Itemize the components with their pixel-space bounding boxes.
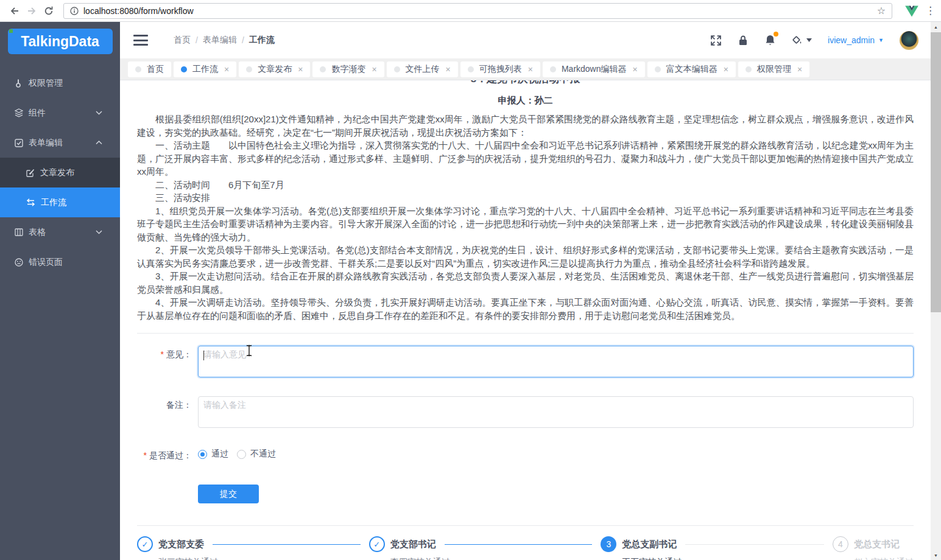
main-content: 8：建党节庆祝活动申报 申报人：孙二 根据县委组织部(组织[20xx]21)文件… (120, 80, 931, 560)
bookmark-star-icon[interactable]: ☆ (877, 5, 886, 16)
paragraph: 根据县委组织部(组织[20xx]21)文件通知精神，为纪念中国共产党建党xx周年… (137, 113, 914, 139)
tab-workflow[interactable]: 工作流 × (174, 61, 236, 77)
step-2: ✓ 党支部书记 李四审核并通过 (369, 536, 601, 560)
scroll-down-arrow-icon[interactable]: ▼ (931, 550, 941, 560)
close-icon[interactable]: × (724, 65, 728, 74)
step-number: 4 (833, 536, 848, 552)
close-icon[interactable]: × (528, 65, 533, 74)
breadcrumb-form-edit[interactable]: 表单编辑 (203, 35, 237, 46)
close-icon[interactable]: × (298, 65, 303, 74)
step-check-icon: ✓ (369, 536, 385, 552)
browser-forward-button[interactable] (23, 2, 40, 19)
back-arrow-icon (9, 5, 20, 16)
url-text[interactable]: localhost:8080/form/workflow (83, 6, 877, 16)
sidebar-item-label: 组件 (29, 108, 46, 119)
scrollbar-thumb[interactable] (931, 32, 941, 312)
pass-label: 是否通过： (137, 447, 192, 461)
avatar[interactable] (900, 31, 918, 50)
radio-no-pass[interactable]: 不通过 (237, 449, 276, 460)
divider (137, 333, 914, 334)
user-menu[interactable]: iview_admin ▼ (828, 35, 884, 45)
radio-unselected-icon (237, 450, 246, 459)
radio-pass[interactable]: 通过 (198, 449, 228, 460)
opinion-textarea[interactable] (198, 346, 914, 377)
step-title: 党总支书记 (854, 539, 900, 550)
tab-article-publish[interactable]: 文章发布 × (239, 61, 310, 77)
app-header: 首页 / 表单编辑 / 工作流 (120, 22, 931, 58)
chevron-down-icon (96, 111, 102, 115)
tab-markdown-editor[interactable]: Markdown编辑器 × (543, 61, 645, 77)
collapse-sidebar-button[interactable] (133, 35, 148, 46)
theme-button[interactable] (792, 35, 812, 46)
username: iview_admin (828, 35, 875, 45)
sidebar-item-article-publish[interactable]: 文章发布 (0, 158, 120, 187)
sidebar-item-table[interactable]: 表格 (0, 217, 120, 247)
close-icon[interactable]: × (797, 65, 802, 74)
tab-home[interactable]: 首页 (128, 61, 171, 77)
text-caret (203, 351, 204, 360)
tab-rich-text-editor[interactable]: 富文本编辑器 × (647, 61, 736, 77)
tab-count-to[interactable]: 数字渐变 × (312, 61, 384, 77)
compose-icon (26, 169, 35, 177)
browser-reload-button[interactable] (40, 2, 57, 19)
radio-label: 通过 (211, 449, 228, 460)
tab-upload[interactable]: 文件上传 × (387, 61, 458, 77)
page-scrollbar[interactable]: ▲ ▼ (931, 22, 941, 560)
browser-menu-icon[interactable]: ⋮ (925, 4, 935, 17)
address-bar[interactable]: localhost:8080/form/workflow ☆ (63, 3, 892, 19)
tab-label: Markdown编辑器 (562, 64, 627, 75)
lock-icon (738, 35, 749, 46)
document-body: 根据县委组织部(组织[20xx]21)文件通知精神，为纪念中国共产党建党xx周年… (137, 113, 914, 321)
tab-dot-icon (468, 66, 474, 72)
forward-arrow-icon (26, 5, 37, 16)
app-logo[interactable]: TalkingData (0, 22, 120, 61)
swap-arrows-icon (26, 198, 35, 206)
paragraph: 1、组织党员开展一次集体学习活动。各党(总)支部要组织开展一次集体学习讨论，重点… (137, 205, 914, 244)
step-title: 党支部书记 (390, 539, 436, 550)
lock-button[interactable] (738, 35, 749, 46)
sidebar-item-label: 错误页面 (29, 257, 63, 268)
close-icon[interactable]: × (224, 65, 229, 74)
tab-drag-list[interactable]: 可拖拽列表 × (460, 61, 540, 77)
close-icon[interactable]: × (633, 65, 638, 74)
opinion-label: 意见： (137, 346, 192, 380)
scroll-up-arrow-icon[interactable]: ▲ (931, 22, 941, 32)
fullscreen-button[interactable] (710, 35, 722, 46)
submit-button[interactable]: 提交 (198, 485, 259, 503)
vue-devtools-icon[interactable] (904, 4, 919, 18)
breadcrumb-current: 工作流 (249, 35, 275, 46)
sidebar: TalkingData 权限管理 组件 (0, 22, 120, 560)
sidebar-item-permission[interactable]: 权限管理 (0, 68, 120, 98)
breadcrumb-separator: / (242, 35, 244, 45)
notifications-button[interactable] (764, 34, 776, 46)
step-connector (685, 544, 824, 545)
tab-dot-icon (135, 66, 141, 72)
tab-label: 首页 (147, 64, 164, 75)
sidebar-item-workflow[interactable]: 工作流 (0, 187, 120, 217)
step-4: 4 党总支书记 赵六审核并通过 (833, 536, 914, 560)
paragraph: 4、开展一次调研走访活动。坚持领导带头、分级负责，扎实开展好调研走访活动。要真正… (137, 296, 914, 321)
step-connector (445, 544, 593, 545)
close-icon[interactable]: × (446, 65, 451, 74)
note-textarea[interactable] (198, 396, 914, 428)
table-icon (15, 228, 23, 236)
opened-tags-bar: 首页 工作流 × 文章发布 × 数字渐变 × 文件上传 × 可拖拽列表 × Ma… (120, 58, 931, 80)
page-info-icon[interactable] (70, 7, 79, 15)
step-1: ✓ 党支部支委 张三审核并通过 (137, 536, 369, 560)
tab-label: 富文本编辑器 (666, 64, 717, 75)
mouse-ibeam-cursor (245, 345, 253, 357)
sidebar-item-error-page[interactable]: 错误页面 (0, 247, 120, 277)
step-3: 3 党总支副书记 王五审核并通过 (601, 536, 833, 560)
tab-label: 权限管理 (757, 64, 791, 75)
tab-label: 数字渐变 (331, 64, 365, 75)
breadcrumb-separator: / (196, 35, 198, 45)
close-icon[interactable]: × (372, 65, 376, 74)
sidebar-item-components[interactable]: 组件 (0, 98, 120, 128)
sidebar-item-form-edit[interactable]: 表单编辑 (0, 128, 120, 158)
paragraph: 三、活动安排 (137, 191, 914, 205)
browser-back-button[interactable] (6, 2, 23, 19)
step-description: 赵六审核并通过 (854, 557, 914, 560)
paragraph: 2、开展一次党员领导干部带头上党课活动。各党(总)支部结合本支部情况，为庆祝党的… (137, 243, 914, 270)
tab-permission[interactable]: 权限管理 × (738, 61, 809, 77)
breadcrumb-home[interactable]: 首页 (174, 35, 191, 46)
